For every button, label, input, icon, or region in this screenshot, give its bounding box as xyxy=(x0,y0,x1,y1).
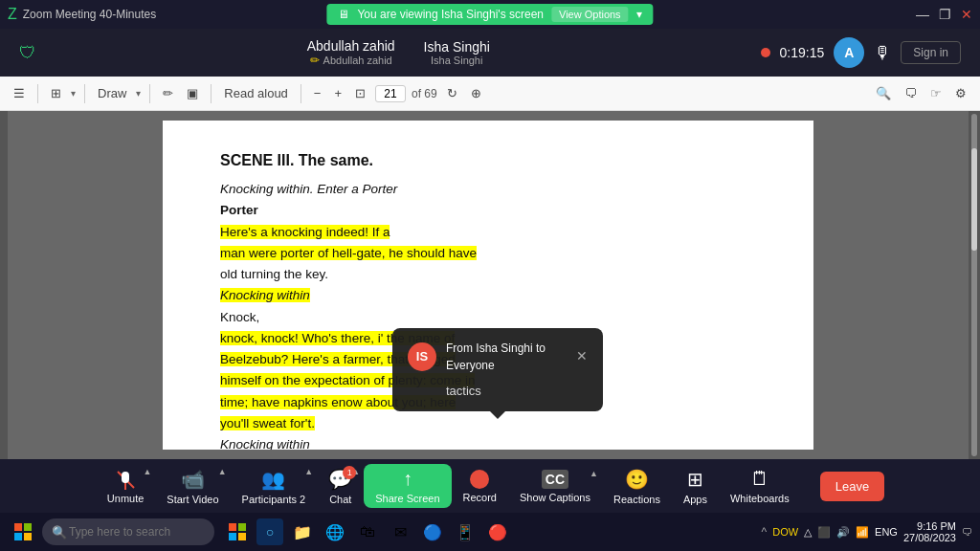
unmute-chevron: ▲ xyxy=(143,467,151,476)
svg-rect-10 xyxy=(238,533,246,540)
highlighter-button[interactable]: ✏ xyxy=(159,84,177,102)
taskbar-icon-store[interactable]: 🛍 xyxy=(354,518,381,545)
page-number-input[interactable] xyxy=(375,85,406,102)
toolbar-item-reactions[interactable]: 🙂 Reactions xyxy=(602,464,672,509)
chevron-down-icon[interactable]: ▾ xyxy=(636,8,642,21)
svg-rect-3 xyxy=(14,523,22,531)
captions-label: Show Captions xyxy=(520,492,590,503)
unmute-icon xyxy=(115,468,136,491)
svg-rect-9 xyxy=(229,533,236,540)
toolbar-item-apps[interactable]: ⊞ Apps xyxy=(672,464,719,509)
chat-label: Chat xyxy=(329,494,351,505)
participant-1-sub: ✏ Abdullah zahid xyxy=(310,54,392,67)
toolbar-item-share-screen[interactable]: ↑ Share Screen xyxy=(364,464,451,508)
scroll-thumb[interactable] xyxy=(971,148,977,251)
chevron-icon-2[interactable]: ▾ xyxy=(136,88,141,99)
battery-icon: ⬛ xyxy=(817,526,831,539)
chrome-icon: 🔵 xyxy=(423,523,442,541)
line-13: Knocking within xyxy=(220,435,756,450)
participant-2-sub: Isha Singhi xyxy=(431,55,482,66)
chat-from-text: From Isha Singhi to Everyone xyxy=(446,340,567,374)
share-screen-label: Share Screen xyxy=(375,493,439,504)
stage-direction-1: Knocking within. Enter a Porter xyxy=(220,182,397,196)
toolbar-item-participants[interactable]: ▲ 👥 Participants 2 xyxy=(231,464,318,509)
scroll-track[interactable] xyxy=(971,114,977,456)
zoom-in-button[interactable]: + xyxy=(330,84,345,102)
toolbar-item-record[interactable]: Record xyxy=(452,466,508,507)
taskbar-icon-edge[interactable]: 🌐 xyxy=(322,518,348,545)
line-3: Here's a knocking indeed! If a xyxy=(220,223,756,242)
participant-1-name: Abdullah zahid xyxy=(307,38,395,54)
toolbar-sep-3 xyxy=(149,84,150,103)
dow-text: DOW xyxy=(772,526,798,538)
maximize-button[interactable]: ❐ xyxy=(939,7,951,22)
chevron-icon-1[interactable]: ▾ xyxy=(71,88,76,99)
refresh-button[interactable]: ↻ xyxy=(443,84,461,102)
svg-rect-4 xyxy=(24,523,32,531)
line-5: old turning the key. xyxy=(220,265,756,284)
draw-button[interactable]: Draw xyxy=(94,84,130,102)
whiteboards-label: Whiteboards xyxy=(730,493,790,504)
annotate-button[interactable]: 🗨 xyxy=(901,84,921,102)
search-doc-button[interactable]: 🔍 xyxy=(872,84,895,102)
taskbar-icon-app[interactable]: 🔴 xyxy=(484,518,511,545)
taskbar-icon-1[interactable] xyxy=(224,518,251,545)
close-button[interactable]: ✕ xyxy=(961,7,972,22)
minimize-button[interactable]: — xyxy=(916,7,929,22)
menu-button[interactable]: ☰ xyxy=(10,84,29,102)
chat-popup-arrow xyxy=(490,411,505,419)
text-highlight-7: you'll sweat for't. xyxy=(220,416,315,430)
record-icon xyxy=(470,470,489,489)
chat-close-button[interactable]: ✕ xyxy=(576,346,588,366)
taskbar-icon-chrome[interactable]: 🔵 xyxy=(419,518,446,545)
title-bar-left: Z Zoom Meeting 40-Minutes xyxy=(8,6,156,23)
notification-icon[interactable]: 🗨 xyxy=(962,526,972,538)
record-label: Record xyxy=(463,492,497,503)
zoom-out-button[interactable]: − xyxy=(310,84,325,102)
video-icon: 📹 xyxy=(181,468,205,491)
mail-icon: ✉ xyxy=(394,523,407,541)
toolbar-item-captions[interactable]: ▲ CC Show Captions xyxy=(508,466,602,507)
taskbar-icon-whatsapp[interactable]: 📱 xyxy=(452,518,479,545)
toolbar-item-chat[interactable]: ▲ 1 💬 Chat xyxy=(317,464,364,509)
participants-chevron: ▲ xyxy=(304,467,313,476)
toolbar-item-whiteboards[interactable]: 🗒 Whiteboards xyxy=(719,464,801,508)
toolbar-item-unmute[interactable]: ▲ Unmute xyxy=(96,464,156,509)
read-aloud-button[interactable]: Read aloud xyxy=(220,84,292,102)
share-button[interactable]: ⊕ xyxy=(467,84,485,102)
fit-page-button[interactable]: ⊡ xyxy=(351,84,369,102)
bottom-toolbar: ▲ Unmute ▲ 📹 Start Video ▲ 👥 Participant… xyxy=(0,459,980,513)
pointer-button[interactable]: ☞ xyxy=(926,84,946,102)
volume-icon[interactable]: 🔊 xyxy=(836,526,850,539)
sidebar-left xyxy=(0,111,8,459)
time-display[interactable]: 9:16 PM 27/08/2023 xyxy=(903,520,956,543)
chat-badge: 1 xyxy=(343,466,356,479)
line-6: Knocking within xyxy=(220,286,756,305)
sign-in-button[interactable]: Sign in xyxy=(901,41,961,64)
taskbar-icon-search[interactable]: ○ xyxy=(256,518,283,545)
start-button[interactable] xyxy=(8,517,38,547)
view-options-button[interactable]: View Options xyxy=(551,7,629,22)
taskbar-icon-mail[interactable]: ✉ xyxy=(387,518,413,545)
shape-button[interactable]: ▣ xyxy=(183,84,202,102)
app-icon: 🔴 xyxy=(488,523,507,541)
nav-button[interactable]: ⊞ xyxy=(47,84,65,102)
reactions-label: Reactions xyxy=(613,494,660,505)
chat-popup-header: IS From Isha Singhi to Everyone ✕ xyxy=(408,340,588,374)
settings-button[interactable]: ⚙ xyxy=(951,84,970,102)
chat-message-text: tactics xyxy=(408,382,588,401)
taskbar-icon-files[interactable]: 📁 xyxy=(289,518,316,545)
leave-button[interactable]: Leave xyxy=(820,472,884,501)
taskbar-icons: ○ 📁 🌐 🛍 ✉ 🔵 📱 🔴 xyxy=(224,518,511,545)
shield-icon: 🛡 xyxy=(19,43,36,63)
cortana-icon: ○ xyxy=(266,524,274,540)
viewing-text: You are viewing Isha Singhi's screen xyxy=(357,8,544,21)
caret-icon[interactable]: ^ xyxy=(762,525,768,539)
search-wrapper[interactable]: 🔍 xyxy=(42,518,214,545)
app-title: Zoom Meeting 40-Minutes xyxy=(23,8,156,21)
toolbar-item-start-video[interactable]: ▲ 📹 Start Video xyxy=(155,464,230,509)
toolbar-sep-2 xyxy=(84,84,85,103)
mic-icon[interactable]: 🎙 xyxy=(874,43,891,63)
captions-chevron: ▲ xyxy=(590,469,598,478)
search-input[interactable] xyxy=(42,518,214,545)
